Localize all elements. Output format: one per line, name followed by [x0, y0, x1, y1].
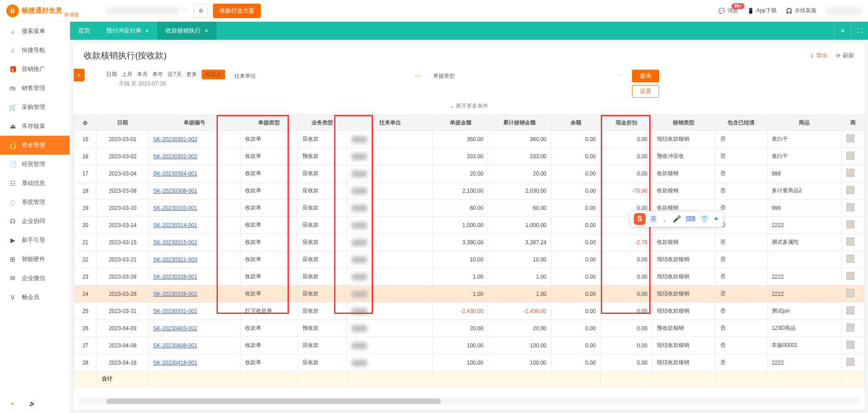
tab-expand-icon[interactable]: ⛶	[851, 22, 868, 40]
doc-link[interactable]: SK-20230321-003	[153, 256, 197, 263]
thumb-icon	[846, 134, 854, 142]
doc-link[interactable]: SK-20230328-002	[153, 291, 197, 297]
sidebar-sound-icon[interactable]: 🔊	[29, 400, 36, 407]
col-13[interactable]: 商	[842, 115, 864, 131]
doc-link[interactable]: SK-20230408-001	[153, 342, 197, 349]
tab-close-icon[interactable]: ✕	[145, 28, 149, 34]
col-9[interactable]: 现金折扣	[600, 115, 652, 131]
sidebar-item-10[interactable]: ☊企业协同	[0, 212, 70, 231]
doc-link[interactable]: SK-20230314-001	[153, 222, 197, 228]
refresh-link[interactable]: ⟳刷新	[836, 52, 854, 60]
date-opt-lastmonth[interactable]: 上月	[122, 71, 132, 78]
date-custom-tag[interactable]: 自定义	[202, 70, 225, 79]
ime-punct-icon[interactable]: ，	[661, 215, 668, 223]
doc-link[interactable]: SK-20230304-001	[153, 171, 197, 177]
sidebar-item-2[interactable]: 🎁营销推广	[0, 60, 70, 79]
table-row[interactable]: 242023-03-28SK-20230328-002收款单应收款████1.0…	[74, 285, 864, 303]
h-scroll-thumb[interactable]	[106, 399, 441, 404]
doc-link[interactable]: SK-20230302-002	[153, 153, 197, 160]
sidebar-item-3[interactable]: 🛍销售管理	[0, 79, 70, 98]
date-opt-thisyear[interactable]: 本年	[152, 71, 163, 78]
sidebar-item-0[interactable]: ⌕搜索菜单	[0, 22, 70, 41]
tab-close-icon[interactable]: ✕	[204, 28, 208, 34]
doc-link[interactable]: SK-20230301-002	[153, 136, 197, 142]
settings-icon[interactable]: ⚙	[194, 4, 208, 18]
table-row[interactable]: 282023-04-18SK-20230418-001收款单应收款████100…	[74, 354, 864, 371]
sidebar-item-14[interactable]: V畅会员	[0, 288, 70, 307]
sidebar-item-13[interactable]: ✉企业微信	[0, 269, 70, 288]
page-title: 收款核销执行(按收款)	[84, 50, 167, 62]
sidebar-item-7[interactable]: 📄经营管理	[0, 155, 70, 174]
h-scrollbar[interactable]	[79, 398, 859, 405]
doc-link[interactable]: SK-20230403-002	[153, 325, 197, 332]
sidebar-item-8[interactable]: ☷基础信息	[0, 174, 70, 193]
table-row[interactable]: 202023-03-14SK-20230314-001收款单应收款████1,0…	[74, 217, 864, 234]
ime-lang[interactable]: 英	[650, 215, 657, 223]
expand-conditions[interactable]: ⌄ 展开更多条件	[74, 100, 864, 115]
date-opt-7days[interactable]: 近7天	[168, 71, 182, 78]
tab-2[interactable]: 收款核销执行✕	[157, 22, 217, 40]
table-row[interactable]: 172023-03-04SK-20230304-001收款单应收款████20.…	[74, 165, 864, 182]
user-name-blur[interactable]	[826, 7, 862, 14]
col-8[interactable]: 余额	[551, 115, 600, 131]
tab-1[interactable]: 预付冲应付单✕	[98, 22, 157, 40]
export-link[interactable]: ⇪导出	[809, 52, 828, 60]
sidebar-item-11[interactable]: ▶新手引导	[0, 231, 70, 250]
date-opt-more[interactable]: 更多	[186, 71, 197, 78]
table-row[interactable]: 152023-03-01SK-20230301-002收款单应收款████360…	[74, 131, 864, 148]
sidebar-item-5[interactable]: ⏏库存核算	[0, 117, 70, 136]
date-opt-thismonth[interactable]: 本月	[137, 71, 148, 78]
sidebar-collapse-icon[interactable]: ⇤	[11, 400, 15, 407]
col-11[interactable]: 包含已结清	[715, 115, 767, 131]
table-row[interactable]: 162023-03-02SK-20230302-002收款单预收款████333…	[74, 148, 864, 165]
col-3[interactable]: 单据类型	[241, 115, 298, 131]
table-row[interactable]: 182023-03-08SK-20230308-001收款单应收款████2,1…	[74, 182, 864, 199]
sidebar-item-6[interactable]: 💰资金管理	[0, 136, 70, 155]
doc-link[interactable]: SK-20230308-001	[153, 188, 197, 194]
ime-toolbar[interactable]: S 英 ， 🎤 ⌨ 👕 ✦	[630, 211, 723, 227]
doc-link[interactable]: SK-20230418-001	[153, 360, 197, 366]
doctype-select[interactable]: ﹀	[459, 70, 623, 82]
query-button[interactable]: 查询	[632, 70, 659, 82]
org-selector[interactable]: ﹀	[106, 7, 189, 15]
party-select[interactable]: ⋯	[260, 70, 424, 82]
table-row[interactable]: 252023-03-31SK-20230331-002红字收款单应收款████-…	[74, 303, 864, 320]
collapse-filter-icon[interactable]: »	[74, 69, 85, 81]
app-download-link[interactable]: 📱 App下载	[747, 7, 777, 14]
sogou-logo-icon: S	[634, 213, 646, 225]
tab-close-icon[interactable]: ✕	[834, 22, 851, 40]
doc-link[interactable]: SK-20230315-002	[153, 239, 197, 246]
doc-link[interactable]: SK-20230331-002	[153, 308, 197, 314]
sidebar-item-4[interactable]: 🛒采购管理	[0, 98, 70, 117]
online-service-link[interactable]: 🎧 在线客服	[786, 7, 816, 14]
col-5[interactable]: 往来单位	[347, 115, 433, 131]
table-row[interactable]: 262023-04-03SK-20230403-002收款单预收款████20.…	[74, 320, 864, 337]
col-0[interactable]: ⚙	[74, 115, 97, 131]
trial-button[interactable]: 体验行业方案	[213, 4, 261, 18]
sidebar-item-9[interactable]: ◌系统管理	[0, 193, 70, 212]
ime-skin-icon[interactable]: 👕	[700, 215, 709, 223]
messages-link[interactable]: 💬 消息 99+	[718, 7, 738, 14]
ime-keyboard-icon[interactable]: ⌨	[686, 215, 696, 223]
tab-0[interactable]: 首页	[70, 22, 98, 40]
col-4[interactable]: 业务类型	[297, 115, 347, 131]
table-row[interactable]: 222023-03-21SK-20230321-003收款单应收款████10.…	[74, 251, 864, 268]
doc-link[interactable]: SK-20230310-001	[153, 205, 197, 211]
sidebar-item-12[interactable]: ⊞智能硬件	[0, 250, 70, 269]
table-row[interactable]: 212023-03-15SK-20230315-002收款单应收款████3,3…	[74, 234, 864, 251]
col-10[interactable]: 核销类型	[652, 115, 716, 131]
ime-tool-icon[interactable]: ✦	[713, 215, 719, 223]
table-row[interactable]: 192023-03-10SK-20230310-001收款单应收款████60.…	[74, 199, 864, 217]
ime-mic-icon[interactable]: 🎤	[673, 215, 681, 223]
sidebar-icon: 🛍	[9, 85, 16, 92]
col-6[interactable]: 单据金额	[433, 115, 488, 131]
col-12[interactable]: 商品	[767, 115, 841, 131]
col-2[interactable]: 单据编号	[148, 115, 240, 131]
col-7[interactable]: 累计核销金额	[488, 115, 552, 131]
col-1[interactable]: 日期	[97, 115, 148, 131]
doc-link[interactable]: SK-20230328-001	[153, 274, 197, 280]
table-row[interactable]: 232023-03-28SK-20230328-001收款单应收款████1.0…	[74, 268, 864, 285]
table-row[interactable]: 272023-04-08SK-20230408-001收款单应收款████100…	[74, 337, 864, 354]
setting-button[interactable]: 设置	[632, 85, 659, 98]
sidebar-item-1[interactable]: ⌂快捷导航	[0, 41, 70, 60]
